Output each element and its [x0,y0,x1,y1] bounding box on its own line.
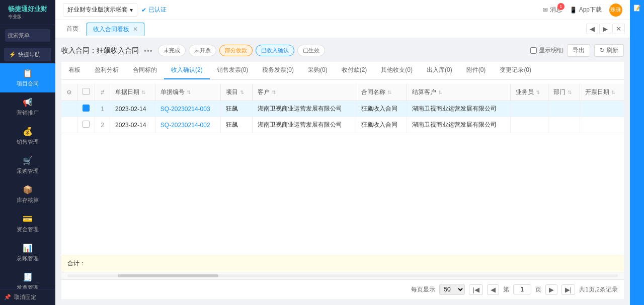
table-row[interactable]: 1 2023-02-14 SQ-20230214-003 狂飙 湖南卫视商业运营… [61,101,624,117]
th-select-all[interactable] [77,84,95,101]
scrollbar-thumb[interactable] [118,274,218,277]
tab-close-all-button[interactable]: ✕ [612,24,625,34]
th-salesperson[interactable]: 业务员⇅ [511,84,548,101]
app-download-button[interactable]: 📱 App下载 [570,6,602,14]
tab-bar: 首页 收入合同看板 ✕ ◀ ▶ ✕ [55,20,630,38]
sub-tab-payment[interactable]: 收付款(2) [335,62,374,79]
status-incomplete[interactable]: 未完成 [158,45,186,56]
sidebar-item-marketing[interactable]: 📢 营销推广 [0,92,55,122]
sidebar-item-ledger[interactable]: 📊 总账管理 [0,238,55,267]
last-page-button[interactable]: ▶| [561,284,575,295]
th-order-no[interactable]: 单据编号⇅ [155,84,221,101]
sort-contract-icon: ⇅ [387,89,391,95]
show-detail-checkbox[interactable] [530,47,537,54]
sub-tab-profit[interactable]: 盈利分析 [88,62,126,79]
sub-tab-subject[interactable]: 合同标的 [126,62,164,79]
funds-icon: 💳 [23,214,33,224]
sub-tab-purchase[interactable]: 采购(0) [301,62,335,79]
table-container: 看板 盈利分析 合同标的 收入确认(2) 销售发票(0) 税务发票(0) 采购(… [61,62,624,299]
th-invoice-date[interactable]: 开票日期⇅ [580,84,624,101]
app-logo-text: 畅捷通好业财 [8,5,47,14]
row-checkbox-1[interactable] [83,105,90,112]
ledger-icon: 📊 [23,243,33,253]
status-income-confirmed[interactable]: 已收入确认 [256,45,294,56]
sidebar-item-inventory[interactable]: 📦 库存核算 [0,180,55,209]
sub-tab-income-confirm[interactable]: 收入确认(2) [164,62,210,79]
first-page-button[interactable]: |◀ [469,284,482,295]
td-checkbox-2[interactable] [77,117,95,133]
tab-prev-button[interactable]: ◀ [586,24,598,34]
chevron-down-icon: ▾ [130,7,133,14]
table-header-row: ⚙ # 单据日期⇅ 单据编号⇅ [61,84,624,101]
page-label: 第 [503,285,509,294]
message-badge: 1 [557,3,565,10]
td-department-2 [548,117,580,133]
sidebar-item-label: 总账管理 [17,255,39,262]
main-content: 好业财专业版演示帐套 ▾ ✔ 已认证 ✉ 消息 1 📱 App下载 珠珠 [55,0,630,305]
td-orderno-2[interactable]: SQ-20230214-002 [155,117,221,133]
row-checkbox-2[interactable] [83,121,90,128]
sub-tab-dashboard[interactable]: 看板 [61,62,88,79]
th-project[interactable]: 项目⇅ [221,84,252,101]
export-button[interactable]: 导出 [567,44,590,57]
th-department[interactable]: 部门⇅ [548,84,580,101]
settings-icon[interactable]: ⚙ [66,89,72,96]
prev-page-button[interactable]: ◀ [487,284,499,295]
sidebar-item-label: 项目合同 [17,80,39,87]
th-settings[interactable]: ⚙ [61,84,77,101]
more-options-button[interactable]: ••• [144,47,153,55]
company-selector[interactable]: 好业财专业版演示帐套 ▾ [63,3,137,17]
th-date[interactable]: 单据日期⇅ [110,84,155,101]
th-contract[interactable]: 合同名称⇅ [356,84,407,101]
sub-tab-tax-invoice[interactable]: 税务发票(0) [255,62,301,79]
status-effective[interactable]: 已生效 [297,45,325,56]
sub-tab-attachments[interactable]: 附件(0) [459,62,493,79]
sidebar-bottom-pin[interactable]: 📌 取消固定 [0,289,55,305]
quick-nav-button[interactable]: ⚡ 快捷导航 [4,48,51,61]
sort-date-icon: ⇅ [141,89,145,95]
th-customer[interactable]: 客户⇅ [252,84,356,101]
sub-tab-bar: 看板 盈利分析 合同标的 收入确认(2) 销售发票(0) 税务发票(0) 采购(… [61,62,624,80]
sort-department-icon: ⇅ [568,89,572,95]
order-link-2[interactable]: SQ-20230214-002 [160,122,210,129]
user-avatar[interactable]: 珠珠 [609,4,622,17]
td-project-1: 狂飙 [221,101,252,117]
show-detail-checkbox-area[interactable]: 显示明细 [530,46,563,55]
status-buttons: 未完成 未开票 部分收款 已收入确认 已生效 [158,45,325,56]
pagination: 每页显示 50 100 200 |◀ ◀ 第 页 ▶ ▶| 共1页,2条记录 [61,279,624,299]
horizontal-scrollbar[interactable] [61,272,624,279]
td-checkbox-1[interactable] [77,101,95,117]
next-page-button[interactable]: ▶ [545,284,557,295]
sub-tab-inout-warehouse[interactable]: 出入库(0) [420,62,459,79]
sub-tab-sales-invoice[interactable]: 销售发票(0) [210,62,256,79]
sidebar-item-invoice[interactable]: 🧾 发票管理 [0,267,55,289]
sidebar-item-purchase[interactable]: 🛒 采购管理 [0,151,55,180]
sidebar-item-project-contract[interactable]: 📋 项目合同 [0,63,55,92]
refresh-button[interactable]: ↻ 刷新 [594,44,624,57]
tab-next-button[interactable]: ▶ [599,24,611,34]
th-settlement-customer[interactable]: 结算客户⇅ [407,84,511,101]
search-menu-button[interactable]: 搜索菜单 [5,29,50,42]
sidebar-item-funds[interactable]: 💳 资金管理 [0,209,55,238]
select-all-checkbox[interactable] [83,88,90,95]
topbar-right: ✉ 消息 1 📱 App下载 珠珠 [543,4,622,17]
tab-home[interactable]: 首页 [60,23,85,35]
page-unit: 页 [535,285,541,294]
sub-tab-change-log[interactable]: 变更记录(0) [493,62,538,79]
td-customer-2: 湖南卫视商业运营发展有限公司 [252,117,356,133]
sub-tab-other-income[interactable]: 其他收支(0) [374,62,420,79]
status-uninvoiced[interactable]: 未开票 [189,45,216,56]
page-input[interactable] [513,284,531,294]
page-title: 收入合同：狂飙收入合同 [61,46,139,55]
status-partial-payment[interactable]: 部分收款 [219,45,253,56]
tab-income-contract[interactable]: 收入合同看板 ✕ [87,23,144,36]
td-orderno-1[interactable]: SQ-20230214-003 [155,101,221,117]
table-row[interactable]: 2 2023-02-14 SQ-20230214-002 狂飙 湖南卫视商业运营… [61,117,624,133]
sidebar-item-sales[interactable]: 💰 销售管理 [0,122,55,151]
tab-close-icon[interactable]: ✕ [133,26,138,33]
note-panel-button[interactable]: 📝 [631,3,642,14]
order-link-1[interactable]: SQ-20230214-003 [160,106,210,113]
messages-button[interactable]: ✉ 消息 1 [543,6,562,14]
page-size-select[interactable]: 50 100 200 [439,284,465,295]
sort-orderno-icon: ⇅ [187,89,191,95]
